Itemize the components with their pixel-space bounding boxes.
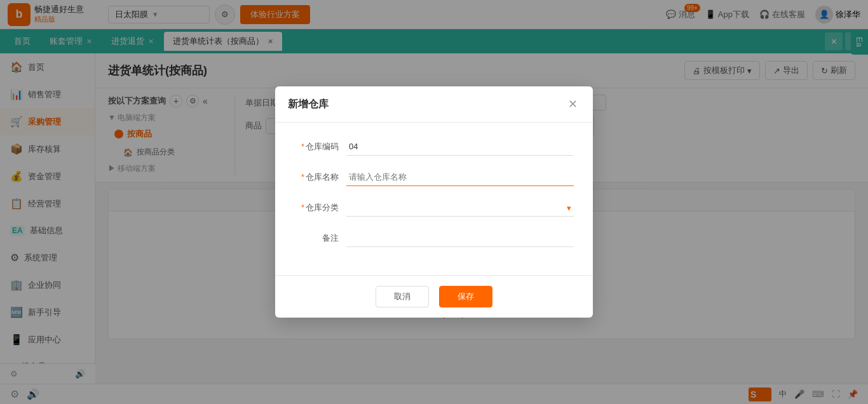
cancel-button[interactable]: 取消 — [376, 286, 429, 307]
modal-title: 新增仓库 — [288, 98, 329, 111]
notes-label: 备注 — [294, 232, 339, 244]
modal-header: 新增仓库 ✕ — [275, 86, 593, 123]
modal-overlay[interactable]: 新增仓库 ✕ 仓库编码 仓库名称 仓库分类 ▾ — [0, 0, 868, 404]
warehouse-category-select-wrap: ▾ — [346, 199, 574, 217]
modal-footer: 取消 保存 — [275, 275, 593, 318]
modal-close-button[interactable]: ✕ — [565, 97, 580, 112]
warehouse-code-input[interactable] — [346, 138, 574, 156]
warehouse-code-field: 仓库编码 — [294, 138, 574, 156]
warehouse-name-field: 仓库名称 — [294, 168, 574, 186]
warehouse-code-label: 仓库编码 — [294, 141, 339, 152]
warehouse-name-label: 仓库名称 — [294, 172, 339, 183]
warehouse-category-label: 仓库分类 — [294, 202, 339, 213]
save-button[interactable]: 保存 — [439, 286, 492, 307]
new-warehouse-modal: 新增仓库 ✕ 仓库编码 仓库名称 仓库分类 ▾ — [275, 86, 593, 318]
modal-body: 仓库编码 仓库名称 仓库分类 ▾ 备注 — [275, 123, 593, 275]
notes-field: 备注 — [294, 229, 574, 247]
warehouse-category-select[interactable] — [346, 199, 574, 217]
notes-input[interactable] — [346, 229, 574, 247]
warehouse-category-field: 仓库分类 ▾ — [294, 199, 574, 217]
warehouse-name-input[interactable] — [346, 168, 574, 186]
